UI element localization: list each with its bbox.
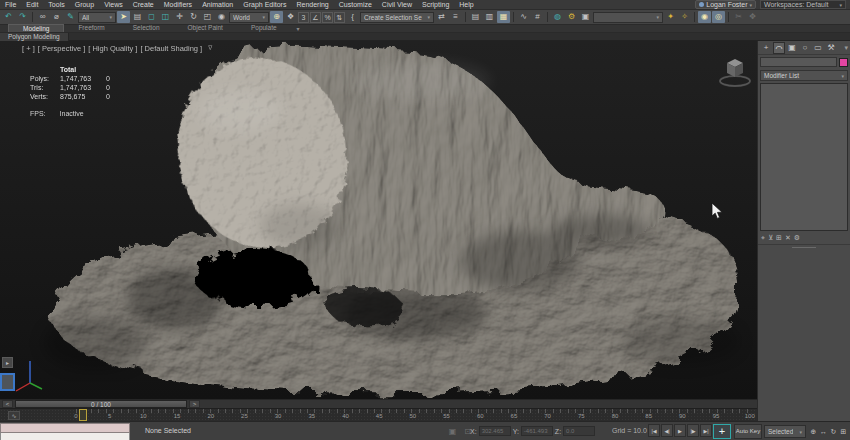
rectangular-selection-region-icon[interactable]: ◻ (145, 11, 158, 23)
menu-item[interactable]: Animation (197, 1, 238, 8)
play-button[interactable]: ▶ (674, 424, 686, 437)
ribbon-config-dropdown-icon[interactable]: ▾ (297, 25, 300, 32)
percent-snap-icon[interactable]: % (322, 12, 333, 23)
time-slider-handle[interactable]: 0 / 100 (15, 400, 187, 408)
panel-pin-icon[interactable]: ▾ (844, 44, 848, 52)
select-and-rotate-icon[interactable]: ↻ (187, 11, 200, 23)
angle-snap-icon[interactable]: ∠ (310, 12, 321, 23)
unlink-selection-icon[interactable]: ⌀ (50, 11, 63, 23)
maximize-viewport-icon[interactable]: ⊞ (839, 425, 848, 438)
zoom-icon[interactable]: ⊕ (809, 425, 818, 438)
render-preset-dropdown[interactable]: ▾ (593, 12, 663, 23)
menu-item[interactable]: Help (454, 1, 478, 8)
selection-filter-dropdown[interactable]: All ▾ (78, 12, 116, 23)
create-tab[interactable]: + (760, 42, 772, 54)
select-and-scale-icon[interactable]: ◰ (201, 11, 214, 23)
motion-tab[interactable]: ○ (799, 42, 811, 54)
viewport-filter-icon[interactable]: ∇ (208, 44, 212, 53)
select-and-place-icon[interactable]: ◉ (215, 11, 228, 23)
toggle-ribbon-icon[interactable]: ▦ (497, 11, 510, 23)
pin-stack-icon[interactable]: ⌖ (761, 234, 765, 242)
next-frame-arrow[interactable]: > (189, 400, 200, 408)
menu-item[interactable]: Tools (43, 1, 69, 8)
menu-item[interactable]: Group (70, 1, 99, 8)
select-and-link-icon[interactable]: ∞ (36, 11, 49, 23)
align-icon[interactable]: ≡ (449, 11, 462, 23)
auto-key-button[interactable]: Auto Key (734, 424, 762, 439)
listener-line[interactable] (0, 433, 130, 440)
window-crossing-icon[interactable]: ◫ (159, 11, 172, 23)
go-to-start-button[interactable]: |◀ (648, 424, 660, 437)
scene-explorer-icon[interactable]: ▤ (469, 11, 482, 23)
menu-item[interactable]: Scripting (417, 1, 454, 8)
layer-explorer-icon[interactable]: ▥ (483, 11, 496, 23)
menu-item[interactable]: Modifiers (159, 1, 197, 8)
configure-modifier-sets-icon[interactable]: ⚙ (794, 234, 800, 242)
x-coordinate-field[interactable]: 302.465 (479, 426, 511, 436)
rendered-frame-window-icon[interactable]: ▣ (579, 11, 592, 23)
key-filter-dropdown[interactable]: Selected ▾ (764, 425, 806, 438)
curve-editor-icon[interactable]: ∿ (517, 11, 530, 23)
menu-item[interactable]: File (0, 1, 21, 8)
menu-item[interactable]: Create (128, 1, 159, 8)
viewport-general-menu[interactable]: [ + ] (22, 44, 35, 53)
account-dropdown[interactable]: Logan Foster ▾ (695, 0, 756, 9)
reference-coordinate-dropdown[interactable]: World ▾ (229, 12, 269, 23)
viewport-pov-menu[interactable]: [ Perspective ] (38, 44, 86, 53)
track-bar[interactable]: ∿ 05101520253035404550556065707580859095… (0, 408, 757, 421)
use-pivot-center-icon[interactable]: ⊕ (270, 11, 283, 23)
z-coordinate-field[interactable]: 0.0 (563, 426, 595, 436)
go-to-end-button[interactable]: ▶| (700, 424, 712, 437)
render-setup-icon[interactable]: ⚙ (565, 11, 578, 23)
polygon-modeling-panel[interactable]: Polygon Modeling (0, 33, 69, 41)
schematic-view-icon[interactable]: # (531, 11, 544, 23)
y-coordinate-field[interactable]: -461.493 (521, 426, 553, 436)
bind-to-spacewarp-icon[interactable]: ✎ (64, 11, 77, 23)
state-set-record-icon[interactable]: ◉ (698, 11, 711, 23)
modifier-stack[interactable] (760, 83, 848, 231)
menu-item[interactable]: Customize (334, 1, 377, 8)
select-by-name-icon[interactable]: ▤ (131, 11, 144, 23)
transform-tool-icon[interactable]: ✥ (746, 11, 759, 23)
panel-splitter[interactable] (758, 245, 850, 250)
previous-frame-button[interactable]: ◀| (661, 424, 673, 437)
menu-item[interactable]: Rendering (291, 1, 333, 8)
state-set-play-icon[interactable]: ◎ (712, 11, 725, 23)
mini-curve-editor-button[interactable]: ∿ (8, 411, 20, 420)
menu-item[interactable]: Graph Editors (238, 1, 291, 8)
object-color-swatch[interactable] (839, 58, 848, 67)
select-object-icon[interactable]: ➤ (117, 11, 130, 23)
previous-frame-arrow[interactable]: < (2, 400, 13, 408)
make-unique-icon[interactable]: ⊞ (776, 234, 782, 242)
workspace-dropdown[interactable]: Workspaces: Default ▾ (760, 0, 846, 9)
orbit-icon[interactable]: ↻ (829, 425, 838, 438)
ribbon-tab[interactable]: Modeling (8, 24, 64, 32)
material-editor-icon[interactable]: ◍ (551, 11, 564, 23)
perspective-viewport[interactable]: [ + ] [ Perspective ] [ High Quality ] [… (0, 41, 757, 399)
modify-tab[interactable]: ◠ (773, 42, 785, 54)
menu-item[interactable]: Edit (21, 1, 43, 8)
redo-icon[interactable]: ↷ (16, 11, 29, 23)
create-key-button[interactable]: + (713, 424, 731, 439)
menu-item[interactable]: Civil View (377, 1, 417, 8)
current-frame-marker[interactable] (79, 409, 87, 421)
cut-tool-icon[interactable]: ✂ (732, 11, 745, 23)
menu-item[interactable]: Views (99, 1, 128, 8)
select-and-move-icon[interactable]: ✛ (173, 11, 186, 23)
macro-recorder-line[interactable] (0, 423, 130, 433)
next-frame-button[interactable]: |▶ (687, 424, 699, 437)
viewport-shading-menu[interactable]: [ Default Shading ] (140, 44, 202, 53)
show-end-result-icon[interactable]: ⊻ (768, 234, 773, 242)
render-iterative-icon[interactable]: ✧ (678, 11, 691, 23)
mirror-icon[interactable]: ⇄ (435, 11, 448, 23)
ribbon-tab[interactable]: Selection (119, 24, 174, 32)
undo-icon[interactable]: ↶ (2, 11, 15, 23)
ribbon-tab[interactable]: Freeform (64, 24, 118, 32)
snap-toggle-3d-icon[interactable]: 3 (298, 12, 309, 23)
modifier-list-dropdown[interactable]: Modifier List ▾ (760, 70, 848, 81)
maxscript-mini-listener[interactable] (0, 423, 130, 440)
viewport-quality-menu[interactable]: [ High Quality ] (88, 44, 137, 53)
selection-lock-toggle-icon[interactable]: ▣ (446, 426, 459, 438)
viewport-layout-tab[interactable] (0, 373, 15, 391)
viewport-layout-flyout-button[interactable]: ▸ (2, 357, 13, 368)
